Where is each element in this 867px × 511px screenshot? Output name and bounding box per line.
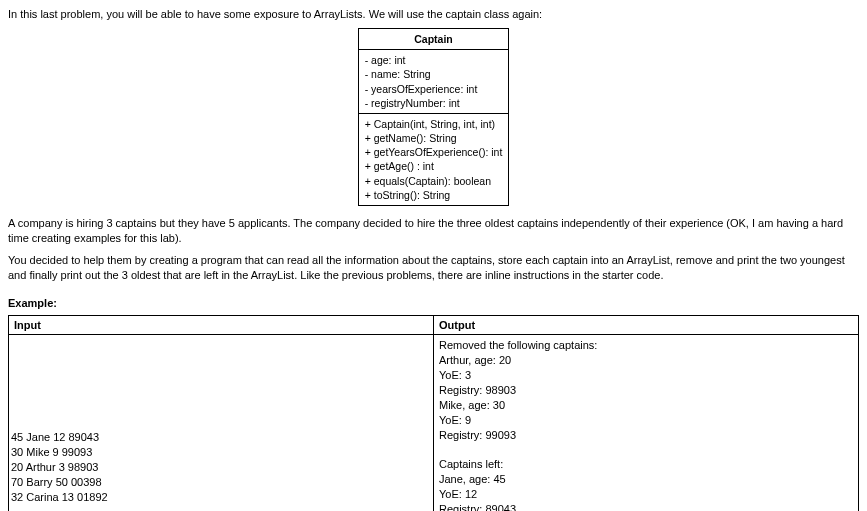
intro-text: In this last problem, you will be able t…	[8, 8, 859, 20]
uml-table: Captain - age: int - name: String - year…	[358, 28, 510, 206]
paragraph-2: You decided to help them by creating a p…	[8, 253, 859, 284]
input-text: 45 Jane 12 89043 30 Mike 9 99093 20 Arth…	[11, 430, 108, 504]
example-label: Example:	[8, 297, 859, 309]
paragraph-1: A company is hiring 3 captains but they …	[8, 216, 859, 247]
input-header: Input	[9, 316, 434, 335]
uml-container: Captain - age: int - name: String - year…	[8, 28, 859, 206]
io-table: Input Output 45 Jane 12 89043 30 Mike 9 …	[8, 315, 859, 511]
output-header: Output	[434, 316, 859, 335]
output-cell: Removed the following captains: Arthur, …	[434, 335, 859, 511]
uml-title: Captain	[358, 29, 509, 50]
uml-fields: - age: int - name: String - yearsOfExper…	[358, 50, 509, 114]
input-cell: 45 Jane 12 89043 30 Mike 9 99093 20 Arth…	[9, 335, 434, 511]
uml-methods: + Captain(int, String, int, int) + getNa…	[358, 113, 509, 205]
output-text: Removed the following captains: Arthur, …	[439, 338, 853, 511]
